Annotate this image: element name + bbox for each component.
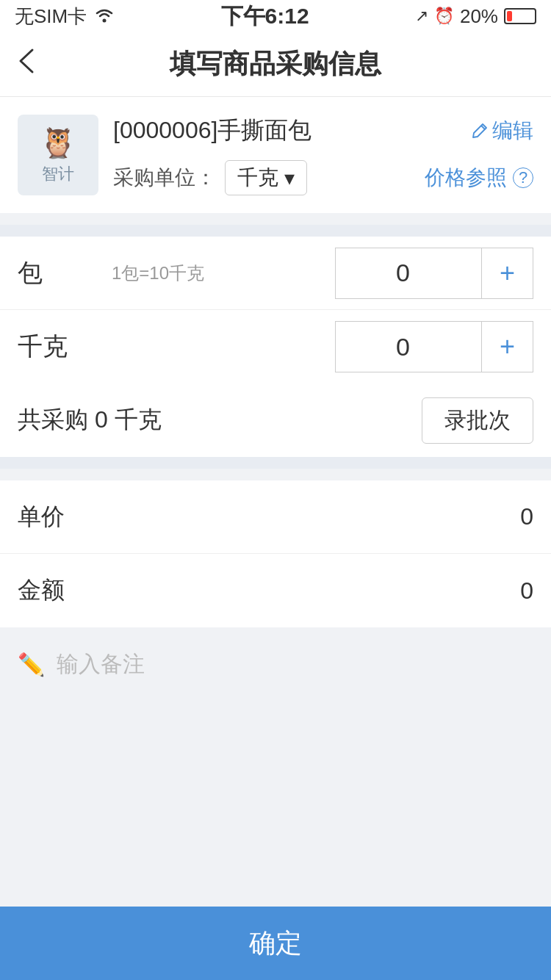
product-thumbnail: 🦉 智计 [18,115,98,195]
status-right: ↗ ⏰ 20% [415,5,536,28]
section-divider-2 [0,457,551,469]
bao-label: 包 [18,256,106,290]
purchase-unit: 采购单位： 千克 ▾ [113,160,307,195]
product-thumb-subtext: 智计 [42,163,74,185]
product-name: [0000006]手撕面包 [113,115,311,147]
alarm-icon: ⏰ [434,7,454,26]
status-bar: 无SIM卡 下午6:12 ↗ ⏰ 20% [0,0,551,32]
wifi-icon [94,5,115,28]
product-bottom-row: 采购单位： 千克 ▾ 价格参照 ? [113,160,533,195]
price-section: 单价 0 金额 0 [0,480,551,627]
price-ref-icon: ? [513,167,533,188]
unit-value: 千克 [237,164,278,192]
bao-input-row: 包 1包=10千克 + [0,237,551,310]
price-reference-button[interactable]: 价格参照 ? [425,164,533,192]
section-divider-1 [0,225,551,237]
purchase-unit-label: 采购单位： [113,164,216,192]
confirm-button[interactable]: 确定 [0,907,551,980]
carrier-label: 无SIM卡 [15,4,87,29]
kg-input-control: + [335,321,533,372]
quantity-input-section: 包 1包=10千克 + 千克 + [0,237,551,383]
unit-price-label: 单价 [18,501,65,533]
amount-label: 金额 [18,574,65,607]
unit-price-row: 单价 0 [0,480,551,554]
amount-value: 0 [520,577,533,605]
kg-input-field[interactable] [335,321,482,372]
product-top-row: [0000006]手撕面包 编辑 [113,115,533,147]
battery-icon [504,8,536,24]
battery-percent: 20% [460,5,498,28]
price-ref-label: 价格参照 [425,164,507,192]
bao-plus-button[interactable]: + [482,248,533,299]
dropdown-arrow: ▾ [284,166,295,190]
product-thumb-icon: 🦉 [40,126,76,160]
product-info: [0000006]手撕面包 编辑 采购单位： 千克 ▾ 价格参照 ? [113,115,533,195]
edit-label: 编辑 [492,117,533,145]
page-title: 填写商品采购信息 [170,46,381,82]
notes-icon: ✏️ [18,652,45,677]
product-card: 🦉 智计 [0000006]手撕面包 编辑 采购单位： 千克 ▾ [0,97,551,213]
location-icon: ↗ [415,7,428,26]
unit-price-value: 0 [520,503,533,530]
amount-row: 金额 0 [0,554,551,627]
notes-section[interactable]: ✏️ 输入备注 [0,627,551,701]
status-time: 下午6:12 [221,1,309,32]
status-left: 无SIM卡 [15,4,115,29]
bao-sublabel: 1包=10千克 [112,262,335,285]
summary-row: 共采购 0 千克 录批次 [0,383,551,457]
summary-text: 共采购 0 千克 [18,404,162,436]
nav-bar: 填写商品采购信息 [0,32,551,97]
kg-label: 千克 [18,330,106,364]
kg-input-row: 千克 + [0,310,551,383]
bao-input-control: + [335,248,533,299]
notes-placeholder: 输入备注 [57,649,145,680]
back-button[interactable] [18,47,35,82]
kg-plus-button[interactable]: + [482,321,533,372]
edit-button[interactable]: 编辑 [472,117,533,145]
svg-point-0 [103,18,107,22]
batch-button[interactable]: 录批次 [422,397,533,444]
unit-dropdown[interactable]: 千克 ▾ [225,160,307,195]
bao-input-field[interactable] [335,248,482,299]
